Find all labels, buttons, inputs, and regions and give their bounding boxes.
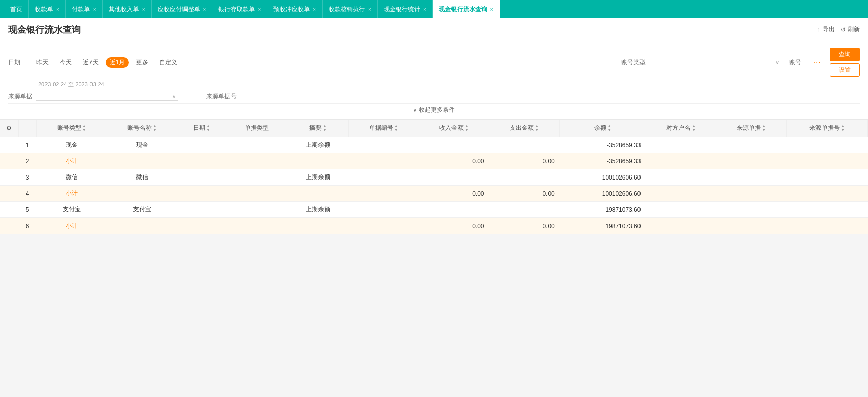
cell-num: 4	[18, 186, 36, 202]
cell-account-type: 小计	[36, 218, 107, 234]
col-date[interactable]: 日期▲▼	[177, 120, 226, 137]
close-tab-other-income[interactable]: ×	[142, 7, 145, 12]
cell-settings	[0, 137, 18, 153]
nav-tab-other-income[interactable]: 其他收入单×	[103, 0, 152, 18]
col-balance[interactable]: 余额▲▼	[560, 120, 646, 137]
date-opt-today[interactable]: 今天	[56, 57, 76, 68]
query-button[interactable]: 查询	[830, 48, 860, 61]
cell-summary	[288, 153, 348, 169]
cell-counterpart	[646, 186, 716, 202]
cell-counterpart	[646, 218, 716, 234]
date-opt-more[interactable]: 更多	[132, 57, 152, 68]
date-opt-1month[interactable]: 近1月	[106, 57, 129, 68]
close-tab-pay[interactable]: ×	[93, 7, 96, 12]
source-doc-select[interactable]: ∨	[36, 93, 178, 101]
col-settings[interactable]: ⚙	[0, 120, 18, 137]
collapse-bar[interactable]: ∧ 收起更多条件	[8, 103, 860, 115]
date-range-display: 2023-02-24 至 2023-03-24	[36, 81, 860, 89]
cell-expense: 0.00	[489, 218, 560, 234]
date-opt-custom[interactable]: 自定义	[155, 57, 181, 68]
nav-tab-collection[interactable]: 收款核销执行×	[323, 0, 378, 18]
date-opt-yesterday[interactable]: 昨天	[32, 57, 53, 68]
col-account-type[interactable]: 账号类型▲▼	[36, 120, 107, 137]
date-opt-7days[interactable]: 近7天	[79, 57, 103, 68]
header-actions: ↑ 导出 ↺ 刷新	[817, 25, 860, 34]
cell-summary: 上期余额	[288, 202, 348, 218]
cell-doc-type	[226, 186, 288, 202]
nav-tab-ar-ap[interactable]: 应收应付调整单×	[152, 0, 213, 18]
source-doc-label: 来源单据	[8, 92, 32, 101]
close-tab-cash-bank-flow[interactable]: ×	[490, 7, 493, 12]
cell-account-name	[107, 218, 177, 234]
cell-date	[177, 169, 226, 186]
close-tab-receive[interactable]: ×	[56, 7, 59, 12]
table-body: 1现金现金上期余额-3528659.332小计0.000.00-3528659.…	[0, 137, 868, 234]
gear-icon[interactable]: ⚙	[6, 125, 12, 132]
col-expense[interactable]: 支出金额▲▼	[489, 120, 560, 137]
cell-income: 0.00	[419, 186, 489, 202]
nav-tab-cash-bank-flow[interactable]: 现金银行流水查询×	[433, 0, 500, 18]
cell-num: 3	[18, 169, 36, 186]
close-tab-ar-ap[interactable]: ×	[203, 7, 206, 12]
cell-account-name: 支付宝	[107, 202, 177, 218]
date-range-text: 2023-02-24 至 2023-03-24	[38, 81, 104, 87]
close-tab-collection[interactable]: ×	[368, 7, 371, 12]
cell-doc-type	[226, 218, 288, 234]
account-type-arrow: ∨	[775, 59, 779, 65]
col-doc-no[interactable]: 单据编号▲▼	[348, 120, 419, 137]
cell-expense	[489, 137, 560, 153]
cell-doc-type	[226, 137, 288, 153]
close-tab-bank-deposit[interactable]: ×	[258, 7, 261, 12]
table-row: 4小计0.000.00100102606.60	[0, 186, 868, 202]
cell-date	[177, 186, 226, 202]
source-doc-no-input[interactable]	[241, 92, 392, 101]
export-button[interactable]: ↑ 导出	[817, 25, 835, 34]
collapse-label: 收起更多条件	[419, 106, 455, 114]
col-income[interactable]: 收入金额▲▼	[419, 120, 489, 137]
cell-source-doc	[716, 153, 787, 169]
cell-balance: 100102606.60	[560, 169, 646, 186]
cell-account-type: 现金	[36, 137, 107, 153]
nav-tab-pay[interactable]: 付款单×	[66, 0, 103, 18]
cell-expense	[489, 169, 560, 186]
filter-row-1: 日期 昨天 今天 近7天 近1月 更多 自定义 账号类型 ∨ 账号 ···	[8, 48, 860, 77]
cell-source-doc	[716, 169, 787, 186]
col-counterpart[interactable]: 对方户名▲▼	[646, 120, 716, 137]
nav-tab-bank-deposit[interactable]: 银行存取款单×	[212, 0, 267, 18]
col-account-name[interactable]: 账号名称▲▼	[107, 120, 177, 137]
cell-doc-no	[348, 186, 419, 202]
account-type-select[interactable]: ∨	[650, 58, 781, 66]
cell-account-type: 微信	[36, 169, 107, 186]
close-tab-cash-bank-stat[interactable]: ×	[423, 7, 426, 12]
cell-settings	[0, 202, 18, 218]
account-type-filter-section: 账号类型 ∨	[621, 58, 781, 67]
nav-tab-cash-bank-stat[interactable]: 现金银行统计×	[378, 0, 433, 18]
setting-button[interactable]: 设置	[830, 63, 860, 77]
cell-expense: 0.00	[489, 153, 560, 169]
refresh-icon: ↺	[841, 26, 846, 33]
account-dots: ···	[813, 58, 821, 67]
col-source-doc[interactable]: 来源单据▲▼	[716, 120, 787, 137]
table-container: ⚙ 账号类型▲▼ 账号名称▲▼ 日期▲▼ 单据类型 摘要▲▼ 单据编号▲▼	[0, 120, 868, 234]
close-tab-pre-receive[interactable]: ×	[313, 7, 316, 12]
col-source-doc-no[interactable]: 来源单据号▲▼	[787, 120, 868, 137]
cell-expense: 0.00	[489, 186, 560, 202]
cell-balance: -3528659.33	[560, 137, 646, 153]
nav-tab-receive[interactable]: 收款单×	[29, 0, 66, 18]
table-row: 1现金现金上期余额-3528659.33	[0, 137, 868, 153]
cell-account-name: 现金	[107, 137, 177, 153]
nav-tab-pre-receive[interactable]: 预收冲应收单×	[267, 0, 323, 18]
cell-doc-type	[226, 202, 288, 218]
table-header: ⚙ 账号类型▲▼ 账号名称▲▼ 日期▲▼ 单据类型 摘要▲▼ 单据编号▲▼	[0, 120, 868, 137]
cell-income	[419, 137, 489, 153]
cell-account-name	[107, 186, 177, 202]
nav-tab-home[interactable]: 首页	[4, 0, 29, 18]
refresh-button[interactable]: ↺ 刷新	[841, 25, 860, 34]
cell-num: 5	[18, 202, 36, 218]
date-options: 昨天 今天 近7天 近1月 更多 自定义	[32, 57, 181, 68]
col-summary[interactable]: 摘要▲▼	[288, 120, 348, 137]
cell-doc-no	[348, 153, 419, 169]
cell-source-doc-no	[787, 169, 868, 186]
date-filter-section: 日期 昨天 今天 近7天 近1月 更多 自定义	[8, 57, 613, 68]
cell-source-doc-no	[787, 153, 868, 169]
